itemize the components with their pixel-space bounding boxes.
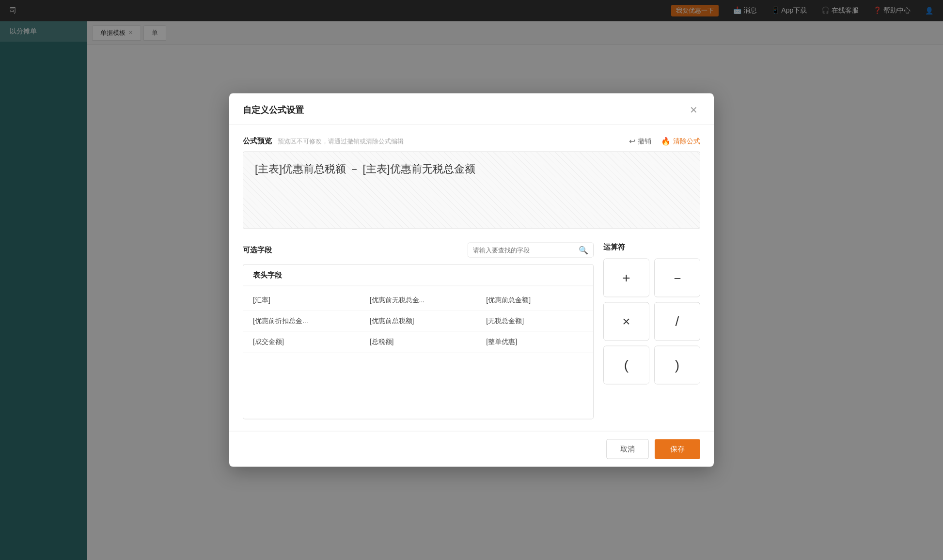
field-item-1[interactable]: [优惠前无税总金... — [360, 290, 477, 311]
fields-group-header: 表头字段 — [243, 265, 593, 286]
operators-grid: + － × / ( ) — [603, 259, 700, 385]
fields-operators-row: 可选字段 🔍 表头字段 [汇率] [优惠前无税总金... [优惠前总金额] [优… — [243, 243, 700, 420]
formula-preview-hint: 预览区不可修改，请通过撤销或清除公式编辑 — [278, 137, 404, 145]
field-item-3[interactable]: [优惠前折扣总金... — [243, 311, 360, 332]
fields-header: 可选字段 🔍 — [243, 243, 594, 258]
clear-icon: 🔥 — [661, 137, 671, 146]
fields-section: 可选字段 🔍 表头字段 [汇率] [优惠前无税总金... [优惠前总金额] [优… — [243, 243, 594, 420]
save-button[interactable]: 保存 — [655, 439, 700, 459]
fields-grid: [汇率] [优惠前无税总金... [优惠前总金额] [优惠前折扣总金... [优… — [243, 286, 593, 357]
formula-preview-section: 公式预览 预览区不可修改，请通过撤销或清除公式编辑 ↩ 撤销 🔥 清除公式 [主… — [243, 137, 700, 229]
field-item-0[interactable]: [汇率] — [243, 290, 360, 311]
fields-list: 表头字段 [汇率] [优惠前无税总金... [优惠前总金额] [优惠前折扣总金.… — [243, 264, 594, 420]
field-search-input[interactable] — [473, 247, 576, 254]
operator-open-paren-button[interactable]: ( — [603, 346, 649, 385]
fields-section-label: 可选字段 — [243, 246, 272, 255]
custom-formula-dialog: 自定义公式设置 ✕ 公式预览 预览区不可修改，请通过撤销或清除公式编辑 ↩ 撤销… — [229, 93, 714, 467]
field-item-2[interactable]: [优惠前总金额] — [476, 290, 593, 311]
cancel-button[interactable]: 取消 — [606, 439, 649, 459]
undo-button[interactable]: ↩ 撤销 — [629, 137, 651, 146]
field-search-box[interactable]: 🔍 — [468, 243, 594, 258]
field-item-8[interactable]: [整单优惠] — [476, 332, 593, 353]
undo-icon: ↩ — [629, 137, 635, 146]
operator-minus-button[interactable]: － — [654, 259, 700, 297]
field-item-4[interactable]: [优惠前总税额] — [360, 311, 477, 332]
dialog-title: 自定义公式设置 — [243, 104, 304, 116]
field-item-5[interactable]: [无税总金额] — [476, 311, 593, 332]
field-item-7[interactable]: [总税额] — [360, 332, 477, 353]
operator-plus-button[interactable]: + — [603, 259, 649, 297]
formula-display-area: [主表]优惠前总税额 － [主表]优惠前无税总金额 — [243, 152, 700, 229]
operators-label: 运算符 — [603, 243, 700, 252]
dialog-body: 公式预览 预览区不可修改，请通过撤销或清除公式编辑 ↩ 撤销 🔥 清除公式 [主… — [229, 125, 714, 431]
dialog-footer: 取消 保存 — [229, 431, 714, 467]
operator-divide-button[interactable]: / — [654, 302, 700, 341]
operators-section: 运算符 + － × / ( ) — [603, 243, 700, 420]
operator-multiply-button[interactable]: × — [603, 302, 649, 341]
formula-preview-header: 公式预览 预览区不可修改，请通过撤销或清除公式编辑 ↩ 撤销 🔥 清除公式 — [243, 137, 700, 146]
formula-actions: ↩ 撤销 🔥 清除公式 — [629, 137, 700, 146]
search-icon: 🔍 — [579, 246, 588, 255]
operator-close-paren-button[interactable]: ) — [654, 346, 700, 385]
undo-label: 撤销 — [638, 137, 651, 145]
field-item-6[interactable]: [成交金额] — [243, 332, 360, 353]
dialog-header: 自定义公式设置 ✕ — [229, 93, 714, 125]
dialog-close-button[interactable]: ✕ — [687, 103, 700, 117]
formula-preview-header-left: 公式预览 预览区不可修改，请通过撤销或清除公式编辑 — [243, 137, 404, 146]
formula-preview-label: 公式预览 — [243, 137, 272, 146]
formula-text: [主表]优惠前总税额 － [主表]优惠前无税总金额 — [255, 162, 688, 176]
clear-formula-label: 清除公式 — [673, 137, 700, 145]
clear-formula-button[interactable]: 🔥 清除公式 — [661, 137, 700, 146]
